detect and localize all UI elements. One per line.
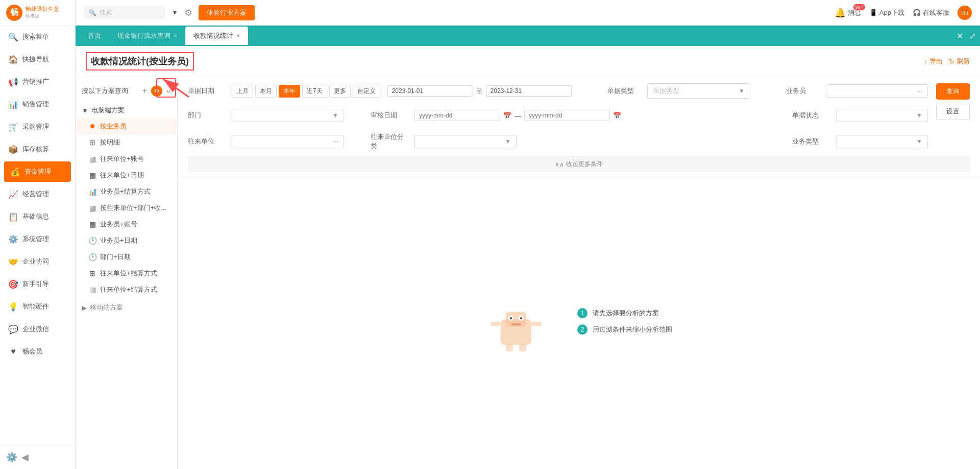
page-actions: ↑ 导出 ↻ 刷新 bbox=[924, 57, 970, 66]
review-date-to-input[interactable] bbox=[524, 110, 610, 121]
hardware-icon: 💡 bbox=[8, 301, 18, 312]
sidebar-item-wechat[interactable]: 💬 企业微信 bbox=[0, 318, 75, 340]
scheme-salesman-settle[interactable]: 📊 业务员+结算方式 bbox=[76, 183, 177, 200]
partner-select[interactable]: ··· bbox=[232, 135, 344, 148]
topbar-dropdown[interactable]: ▼ bbox=[172, 9, 178, 16]
sidebar-item-purchase[interactable]: 🛒 采购管理 bbox=[0, 115, 75, 138]
online-service-btn[interactable]: 🎧 在线客服 bbox=[913, 8, 949, 17]
close-all-tabs-icon[interactable]: ✕ bbox=[957, 31, 963, 41]
scheme-partner-settle1[interactable]: ⊞ 往来单位+结算方式 bbox=[76, 265, 177, 282]
partner-category-select[interactable]: ▼ bbox=[414, 135, 517, 148]
search-box[interactable]: 🔍 搜索 bbox=[84, 6, 165, 19]
sidebar-item-capital[interactable]: 💰 资金管理 bbox=[4, 161, 71, 182]
user-avatar[interactable]: Rit bbox=[958, 6, 972, 20]
svg-rect-8 bbox=[531, 322, 542, 326]
date-btn-last-month[interactable]: 上月 bbox=[232, 85, 253, 98]
tab-collection-stats[interactable]: 收款情况统计 × bbox=[185, 27, 248, 45]
tab-cash-flow[interactable]: 现金银行流水查询 × bbox=[109, 27, 185, 45]
date-btn-7days[interactable]: 近7天 bbox=[302, 85, 327, 98]
tab-home[interactable]: 首页 bbox=[80, 27, 109, 45]
gear-scheme-btn[interactable]: ⚙ bbox=[151, 85, 162, 97]
date-filter-row: 单据日期 上月 本月 本年 近7天 更多 自定义 bbox=[188, 83, 928, 99]
gear-circle: ⚙ bbox=[151, 85, 162, 97]
refresh-btn[interactable]: ↻ 刷新 bbox=[949, 57, 970, 66]
scheme-salesman-date[interactable]: 🕐 业务员+日期 bbox=[76, 232, 177, 249]
home-tab-label: 首页 bbox=[88, 31, 101, 40]
desktop-scheme-label: 电脑端方案 bbox=[91, 106, 125, 115]
sidebar-item-guide[interactable]: 🎯 新手引导 bbox=[0, 273, 75, 295]
topbar-right: 🔔 99+ 消息 📱 App下载 🎧 在线客服 Rit bbox=[835, 6, 972, 20]
online-service-label: 在线客服 bbox=[923, 8, 949, 17]
collapse-sidebar-icon[interactable]: ◀ bbox=[21, 452, 29, 463]
messages-btn[interactable]: 🔔 99+ 消息 bbox=[835, 7, 861, 18]
dept-arrow: ▼ bbox=[332, 112, 338, 119]
export-btn[interactable]: ↑ 导出 bbox=[924, 57, 943, 66]
expand-icon[interactable]: ⤢ bbox=[969, 31, 976, 41]
toggle-icon: ▼ bbox=[82, 107, 88, 114]
partner-filter-row: 往来单位 ··· 往来单位分类 ▼ bbox=[188, 132, 928, 151]
left-panel: 按以下方案查询 + ⚙ « ▼ 电脑端方案 bbox=[76, 77, 178, 469]
scheme-dept-date-label: 部门+日期 bbox=[100, 252, 131, 262]
partner-date-icon: ▦ bbox=[88, 171, 97, 180]
purchase-icon: 🛒 bbox=[8, 122, 18, 132]
add-scheme-btn[interactable]: + bbox=[142, 86, 147, 96]
settings-bottom-icon[interactable]: ⚙️ bbox=[6, 452, 17, 463]
sidebar-item-search-menu[interactable]: 🔍 搜索菜单 bbox=[0, 26, 75, 48]
sidebar-item-basic-info[interactable]: 📋 基础信息 bbox=[0, 205, 75, 228]
date-from-input[interactable]: 2023-01-01 bbox=[387, 85, 473, 97]
sidebar-item-vip[interactable]: ♥ 畅会员 bbox=[0, 340, 75, 363]
business-type-select[interactable]: ▼ bbox=[836, 135, 928, 148]
trial-btn[interactable]: 体验行业方案 bbox=[199, 5, 255, 20]
mobile-scheme-label: 移动端方案 bbox=[90, 303, 123, 312]
review-date-from-input[interactable] bbox=[414, 110, 500, 121]
settings-filter-btn[interactable]: 设置 bbox=[936, 103, 970, 120]
dept-filter-label: 部门 bbox=[188, 111, 224, 120]
app-download-btn[interactable]: 📱 App下载 bbox=[869, 8, 904, 17]
voucher-type-select[interactable]: 单据类型 ▼ bbox=[647, 83, 750, 99]
empty-step-2: 2 用过滤条件来缩小分析范围 bbox=[577, 324, 672, 335]
date-btn-this-month[interactable]: 本月 bbox=[255, 85, 277, 98]
panel-header-label: 按以下方案查询 bbox=[82, 86, 128, 96]
dept-select[interactable]: ▼ bbox=[232, 109, 344, 122]
tab-cash-flow-close[interactable]: × bbox=[174, 32, 177, 39]
export-label: 导出 bbox=[929, 57, 943, 66]
app-download-label: App下载 bbox=[879, 8, 904, 17]
query-btn[interactable]: 查询 bbox=[936, 83, 970, 100]
sidebar-item-sales[interactable]: 📊 销售管理 bbox=[0, 93, 75, 115]
date-to-input[interactable]: 2023-12-31 bbox=[486, 85, 572, 97]
empty-illustration bbox=[485, 294, 547, 355]
topbar-gear-icon[interactable]: ⚙ bbox=[184, 7, 192, 18]
date-btn-more[interactable]: 更多 bbox=[329, 85, 351, 98]
sidebar-item-enterprise[interactable]: 🤝 企业协同 bbox=[0, 250, 75, 273]
mobile-scheme-title[interactable]: ▶ 移动端方案 bbox=[76, 300, 177, 315]
calendar-icon-right: 📅 bbox=[613, 112, 621, 120]
scheme-salesman-account[interactable]: ▦ 业务员+账号 bbox=[76, 216, 177, 232]
date-btn-this-year[interactable]: 本年 bbox=[279, 85, 300, 98]
salesman-select[interactable]: ··· bbox=[826, 84, 928, 98]
panel-header: 按以下方案查询 + ⚙ « bbox=[76, 81, 177, 101]
guide-icon: 🎯 bbox=[8, 279, 18, 289]
date-btn-custom[interactable]: 自定义 bbox=[353, 85, 380, 98]
sidebar-item-hardware[interactable]: 💡 智能硬件 bbox=[0, 295, 75, 318]
empty-instructions: 1 请先选择要分析的方案 2 用过滤条件来缩小分析范围 bbox=[577, 308, 672, 341]
scheme-by-detail[interactable]: ⊞ 按明细 bbox=[76, 134, 177, 151]
sidebar-item-system[interactable]: ⚙️ 系统管理 bbox=[0, 228, 75, 250]
sidebar-item-marketing[interactable]: 📢 营销推广 bbox=[0, 71, 75, 93]
sidebar-item-quick-nav[interactable]: 🏠 快捷导航 bbox=[0, 48, 75, 71]
scheme-partner-dept-collect[interactable]: ▦ 按往来单位+部门+收... bbox=[76, 200, 177, 216]
sidebar-item-inventory[interactable]: 📦 库存核算 bbox=[0, 138, 75, 160]
svg-rect-9 bbox=[506, 344, 513, 351]
sidebar-label-marketing: 营销推广 bbox=[22, 77, 49, 86]
sidebar-item-operations[interactable]: 📈 经营管理 bbox=[0, 183, 75, 205]
scheme-by-salesman[interactable]: 按业务员 bbox=[76, 118, 177, 134]
scheme-partner-account[interactable]: ▦ 往来单位+账号 bbox=[76, 151, 177, 167]
scheme-partner-settle2[interactable]: ▦ 往来单位+结算方式 bbox=[76, 282, 177, 298]
desktop-scheme-title[interactable]: ▼ 电脑端方案 bbox=[76, 103, 177, 118]
step-2-num: 2 bbox=[577, 324, 587, 335]
tab-collection-stats-close[interactable]: × bbox=[236, 32, 240, 39]
scheme-partner-date[interactable]: ▦ 往来单位+日期 bbox=[76, 167, 177, 183]
voucher-status-select[interactable]: ▼ bbox=[836, 109, 928, 122]
collapse-more-btn[interactable]: ∧∧ 收起更多条件 bbox=[188, 156, 970, 173]
collapse-panel-btn[interactable]: « bbox=[166, 86, 171, 96]
scheme-dept-date[interactable]: 🕐 部门+日期 bbox=[76, 249, 177, 265]
